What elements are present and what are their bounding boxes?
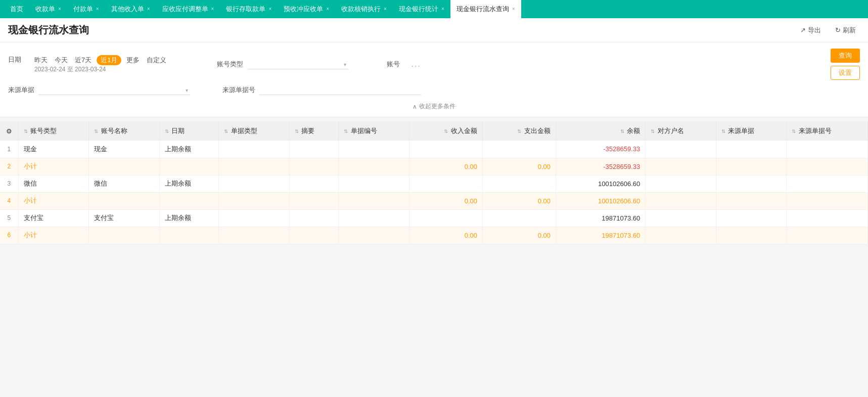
cell-source-voucher-no	[787, 227, 868, 244]
cell-voucher-no	[339, 209, 409, 227]
nav-home[interactable]: 首页	[4, 0, 29, 18]
nav-receipts[interactable]: 收款单 ×	[29, 0, 67, 18]
cell-expense	[483, 175, 556, 192]
cell-summary	[289, 209, 339, 227]
more-options-icon[interactable]: ...	[411, 60, 421, 69]
col-summary[interactable]: ⇅ 摘要	[289, 121, 339, 141]
sort-icon: ⇅	[224, 128, 228, 134]
nav-collect-exec[interactable]: 收款核销执行 ×	[335, 0, 393, 18]
cell-account-type: 小计	[18, 192, 89, 209]
nav-cash-bank-stats[interactable]: 现金银行统计 ×	[393, 0, 450, 18]
col-gear[interactable]: ⚙	[0, 121, 18, 141]
cell-account-name: 微信	[89, 175, 160, 192]
cell-voucher-no	[339, 192, 409, 209]
close-icon[interactable]: ×	[441, 0, 444, 18]
close-icon[interactable]: ×	[96, 0, 99, 18]
row-index: 6	[0, 227, 18, 244]
cell-voucher-type	[219, 141, 290, 158]
close-icon[interactable]: ×	[147, 0, 150, 18]
nav-prepay-offset[interactable]: 预收冲应收单 ×	[278, 0, 335, 18]
cell-source-voucher-no	[787, 192, 868, 209]
col-voucher-type[interactable]: ⇅ 单据类型	[219, 121, 290, 141]
cell-voucher-no	[339, 141, 409, 158]
date-btn-7days[interactable]: 近7天	[73, 55, 94, 65]
nav-cash-bank-flow[interactable]: 现金银行流水查询 ×	[450, 0, 521, 18]
table-row: 2小计0.000.00-3528659.33	[0, 158, 868, 175]
cell-balance: -3528659.33	[556, 141, 646, 158]
cell-date: 上期余额	[159, 175, 219, 192]
sort-icon: ⇅	[444, 128, 448, 134]
close-icon[interactable]: ×	[326, 0, 329, 18]
cell-account-name: 支付宝	[89, 209, 160, 227]
col-counter-party[interactable]: ⇅ 对方户名	[646, 121, 716, 141]
cell-expense	[483, 141, 556, 158]
col-source-voucher-no[interactable]: ⇅ 来源单据号	[787, 121, 868, 141]
cell-income: 0.00	[409, 192, 483, 209]
cell-balance: 19871073.60	[556, 227, 646, 244]
date-label: 日期	[8, 55, 28, 64]
date-btn-more[interactable]: 更多	[124, 55, 142, 65]
table-row: 3微信微信上期余额100102606.60	[0, 175, 868, 192]
export-icon: ↗	[800, 26, 806, 34]
cell-balance: 100102606.60	[556, 175, 646, 192]
source-voucher-label: 来源单据	[8, 85, 34, 95]
sort-icon: ⇅	[721, 128, 725, 134]
sort-icon: ⇅	[94, 128, 98, 134]
col-account-name[interactable]: ⇅ 账号名称	[89, 121, 160, 141]
cell-income	[409, 175, 483, 192]
cell-account-type: 现金	[18, 141, 89, 158]
col-income[interactable]: ⇅ 收入金额	[409, 121, 483, 141]
date-btn-1month[interactable]: 近1月	[97, 55, 121, 65]
settings-button[interactable]: 设置	[831, 66, 860, 80]
cell-source-voucher	[716, 209, 787, 227]
cell-source-voucher-no	[787, 175, 868, 192]
export-button[interactable]: ↗ 导出	[796, 24, 825, 37]
refresh-button[interactable]: ↻ 刷新	[831, 24, 860, 37]
col-source-voucher[interactable]: ⇅ 来源单据	[716, 121, 787, 141]
col-balance[interactable]: ⇅ 余额	[556, 121, 646, 141]
cell-voucher-type	[219, 158, 290, 175]
query-actions: 查询 设置	[831, 49, 860, 80]
cell-balance: -3528659.33	[556, 158, 646, 175]
source-voucher-no-input[interactable]	[259, 85, 421, 95]
account-type-label: 账号类型	[217, 60, 243, 69]
sort-icon: ⇅	[24, 128, 28, 134]
cell-voucher-no	[339, 158, 409, 175]
nav-ar-ap-adjust[interactable]: 应收应付调整单 ×	[156, 0, 220, 18]
date-btn-custom[interactable]: 自定义	[145, 55, 168, 65]
close-icon[interactable]: ×	[384, 0, 387, 18]
cell-summary	[289, 227, 339, 244]
col-account-type[interactable]: ⇅ 账号类型	[18, 121, 89, 141]
collapse-bar[interactable]: ∧ 收起更多条件	[8, 100, 860, 111]
row-index: 5	[0, 209, 18, 227]
account-type-select-wrapper: ▾	[247, 59, 348, 69]
account-type-select[interactable]	[247, 59, 348, 69]
cell-expense: 0.00	[483, 192, 556, 209]
filter-row-source: 来源单据 ▾ 来源单据号	[8, 85, 860, 95]
filter-area: 日期 昨天 今天 近7天 近1月 更多 自定义 2023-02-24 至 202…	[0, 42, 868, 117]
close-icon[interactable]: ×	[268, 0, 271, 18]
source-voucher-select[interactable]	[38, 85, 190, 95]
nav-bank-deposit[interactable]: 银行存取款单 ×	[220, 0, 278, 18]
query-button[interactable]: 查询	[831, 49, 860, 63]
close-icon[interactable]: ×	[58, 0, 61, 18]
col-voucher-no[interactable]: ⇅ 单据编号	[339, 121, 409, 141]
close-icon[interactable]: ×	[211, 0, 214, 18]
cell-counter-party	[646, 175, 716, 192]
col-expense[interactable]: ⇅ 支出金额	[483, 121, 556, 141]
close-icon[interactable]: ×	[512, 0, 515, 18]
cell-balance: 19871073.60	[556, 209, 646, 227]
date-btn-yesterday[interactable]: 昨天	[32, 55, 50, 65]
sort-icon: ⇅	[295, 128, 299, 134]
data-table-wrapper: ⚙ ⇅ 账号类型 ⇅ 账号名称 ⇅ 日期 ⇅ 单据类型	[0, 121, 868, 244]
sort-icon: ⇅	[517, 128, 521, 134]
nav-other-income[interactable]: 其他收入单 ×	[105, 0, 156, 18]
date-btn-today[interactable]: 今天	[53, 55, 70, 65]
cell-date: 上期余额	[159, 141, 219, 158]
data-table: ⚙ ⇅ 账号类型 ⇅ 账号名称 ⇅ 日期 ⇅ 单据类型	[0, 121, 868, 244]
table-header-row: ⚙ ⇅ 账号类型 ⇅ 账号名称 ⇅ 日期 ⇅ 单据类型	[0, 121, 868, 141]
cell-counter-party	[646, 227, 716, 244]
cell-voucher-no	[339, 227, 409, 244]
col-date[interactable]: ⇅ 日期	[159, 121, 219, 141]
nav-payments[interactable]: 付款单 ×	[67, 0, 105, 18]
